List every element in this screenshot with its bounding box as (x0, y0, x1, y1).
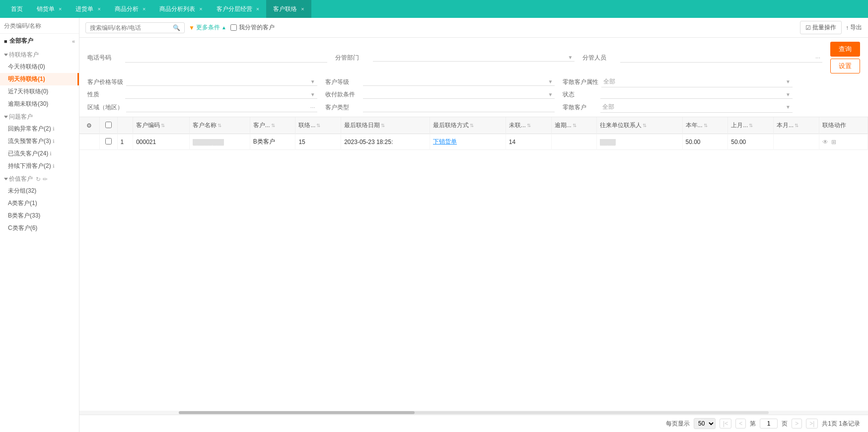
page-size-select[interactable]: 50 (694, 418, 716, 429)
th-contacts[interactable]: 往来单位联系人 ⇅ (597, 117, 682, 134)
triangle-down-icon-2 (4, 116, 8, 118)
nav-close-sales[interactable]: × (59, 6, 62, 12)
nav-purchase[interactable]: 进货单 × (69, 0, 107, 18)
th-code[interactable]: 客户编码 ⇅ (133, 117, 190, 134)
filter-retail-attr-select[interactable]: 全部 ▼ (601, 76, 793, 87)
action-icons: 👁 ⊞ (822, 139, 865, 145)
th-settings[interactable]: ⚙ (79, 117, 99, 134)
sidebar-item-week[interactable]: 近7天待联络(0) (0, 85, 79, 98)
set-button[interactable]: 设置 (830, 59, 860, 73)
table-header-row: ⚙ 客户编码 ⇅ (79, 117, 868, 134)
sidebar-group-problem[interactable]: 问题客户 (0, 110, 79, 123)
filter-phone-input[interactable] (125, 53, 327, 63)
triangle-down-icon-3 (4, 178, 8, 180)
filter-search-input[interactable] (90, 24, 171, 31)
scrollbar-thumb[interactable] (179, 411, 415, 414)
page-number-input[interactable] (760, 419, 778, 429)
filter-retail-customer-select[interactable]: 全部 ▼ (600, 102, 793, 113)
th-last-date[interactable]: 最后联络日期 ⇅ (341, 117, 430, 134)
more-conditions-button[interactable]: ▼ 更多条件 ▲ (189, 23, 226, 32)
filter-search-icon[interactable]: 🔍 (173, 24, 180, 31)
last-method-link[interactable]: 下销货单 (433, 138, 457, 145)
action-eye-icon[interactable]: 👁 (822, 139, 828, 145)
sort-icon-last-date: ⇅ (381, 123, 385, 128)
sidebar-item-today[interactable]: 今天待联络(0) (0, 61, 79, 73)
nav-customer-contact[interactable]: 客户联络 × (266, 0, 311, 18)
select-all-checkbox[interactable] (105, 122, 112, 128)
filter-payment-select[interactable]: ▼ (363, 91, 555, 99)
sidebar-item-class-c[interactable]: C类客户(6) (0, 222, 79, 234)
row-checkbox[interactable] (105, 138, 112, 144)
sidebar-group-pending[interactable]: 待联络客户 (0, 48, 79, 61)
nav-close-customer-segment[interactable]: × (256, 6, 259, 12)
nav-close-purchase[interactable]: × (97, 6, 100, 12)
th-contact[interactable]: 联络... ⇅ (295, 117, 341, 134)
th-unlinkd[interactable]: 未联... ⇅ (506, 117, 551, 134)
collapse-icon[interactable]: « (72, 38, 75, 44)
filter-status-select[interactable]: ▼ (600, 91, 793, 99)
th-name[interactable]: 客户名称 ⇅ (190, 117, 250, 134)
filter-price-level-select[interactable]: ▼ (126, 78, 317, 86)
caret-down-icon-nature: ▼ (310, 92, 315, 97)
th-last-method[interactable]: 最后联络方式 ⇅ (430, 117, 506, 134)
nav-customer-segment[interactable]: 客户分层经营 × (210, 0, 266, 18)
filter-customer-level-select[interactable]: ▼ (363, 78, 555, 86)
th-overdue[interactable]: 逾期... ⇅ (551, 117, 597, 134)
prev-page-button[interactable]: < (735, 419, 746, 429)
page-size-label: 每页显示 (666, 420, 690, 428)
sort-icon-this-year: ⇅ (704, 123, 708, 128)
th-this-month[interactable]: 本月... ⇅ (774, 117, 819, 134)
sidebar-item-abnormal[interactable]: 回购异常客户(2) ℹ (0, 123, 79, 135)
my-customers-checkbox[interactable] (230, 24, 237, 31)
query-button[interactable]: 查询 (830, 42, 860, 57)
next-page-button[interactable]: > (792, 419, 802, 429)
first-page-button[interactable]: |< (720, 419, 731, 429)
th-checkbox (99, 117, 117, 134)
filter-region-dots[interactable]: ··· (310, 104, 315, 111)
nav-close-customer-contact[interactable]: × (301, 6, 304, 12)
filter-manager-dots[interactable]: ··· (815, 54, 820, 61)
td-contacts: ████ (597, 134, 682, 150)
last-page-button[interactable]: >| (806, 419, 818, 429)
sidebar-item-class-b[interactable]: B类客户(33) (0, 210, 79, 222)
nav-goods-analysis-list[interactable]: 商品分析列表 × (152, 0, 209, 18)
sidebar-item-churned[interactable]: 已流失客户(24) ℹ (0, 147, 79, 160)
filter-nature-select[interactable]: ▼ (125, 91, 317, 99)
settings-icon[interactable]: ⚙ (86, 122, 92, 129)
th-no (117, 117, 133, 134)
sidebar-all-customers[interactable]: ■ 全部客户 « (0, 34, 79, 48)
info-icon-declining: ℹ (53, 163, 55, 169)
table-body: 1 000021 ████████ B类客户 15 2023-05-23 18:… (79, 134, 868, 150)
sidebar-group-value[interactable]: 价值客户 ↻ ✏ (0, 172, 79, 185)
advanced-filter: 电话号码 分管部门 ▼ 分管人员 ··· 查询 (79, 38, 868, 117)
nav-close-goods-analysis-list[interactable]: × (199, 6, 202, 12)
nav-home[interactable]: 首页 (4, 0, 30, 18)
filter-dept-select[interactable]: ▼ (373, 54, 575, 62)
main-layout: 🔍 ■ 全部客户 « 待联络客户 今天待联络(0) 明天待联络(1) 近7天待联… (0, 18, 868, 432)
checkbox-icon: ☑ (805, 24, 811, 31)
sidebar-item-overdue[interactable]: 逾期未联络(30) (0, 98, 79, 110)
sidebar-item-churn-warn[interactable]: 流失预警客户(3) ℹ (0, 135, 79, 147)
sidebar-item-declining[interactable]: 持续下滑客户(2) ℹ (0, 160, 79, 172)
export-button[interactable]: ↑ 导出 (846, 23, 862, 32)
scrollbar-area[interactable] (79, 411, 868, 415)
sidebar-item-ungroup[interactable]: 未分组(32) (0, 185, 79, 197)
th-this-year[interactable]: 本年... ⇅ (682, 117, 728, 134)
sidebar-search-input[interactable] (4, 22, 78, 29)
action-grid-icon[interactable]: ⊞ (831, 139, 836, 145)
sidebar-item-class-a[interactable]: A类客户(1) (0, 197, 79, 210)
nav-goods-analysis[interactable]: 商品分析 × (108, 0, 152, 18)
sidebar-item-tomorrow[interactable]: 明天待联络(1) (0, 73, 79, 85)
caret-down-icon-dept: ▼ (568, 55, 573, 60)
nav-sales[interactable]: 销货单 × (30, 0, 69, 18)
sort-icon-last-month: ⇅ (749, 123, 753, 128)
sort-icon-overdue: ⇅ (573, 123, 577, 128)
my-customers-checkbox-label[interactable]: 我分管的客户 (230, 23, 275, 32)
th-type[interactable]: 客户... ⇅ (250, 117, 295, 134)
th-last-month[interactable]: 上月... ⇅ (728, 117, 774, 134)
batch-action-button[interactable]: ☑ 批量操作 (800, 21, 842, 34)
nav-close-goods-analysis[interactable]: × (143, 6, 145, 12)
scrollbar-track (179, 411, 769, 414)
filter-customer-type-input[interactable] (363, 103, 555, 112)
filter-actions: ☑ 批量操作 ↑ 导出 (800, 21, 862, 34)
